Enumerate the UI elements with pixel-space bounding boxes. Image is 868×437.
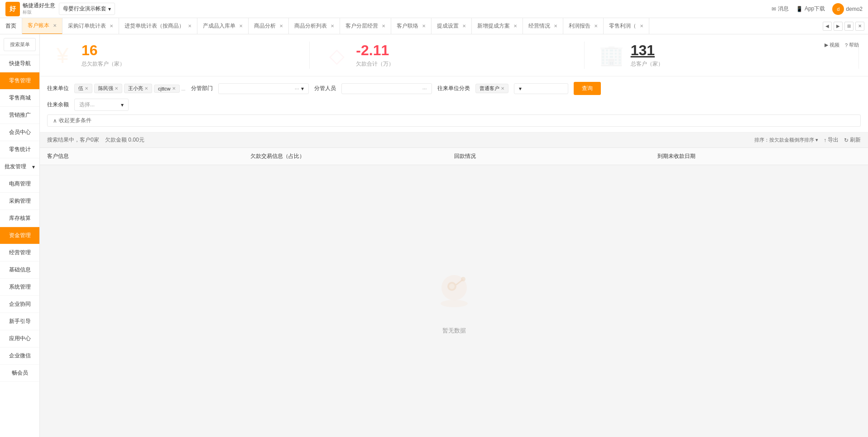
user-area[interactable]: d demo2 — [832, 3, 863, 15]
dept-select[interactable]: ··· ▾ — [218, 83, 309, 94]
tab-customer-accounts-close[interactable]: ✕ — [53, 23, 57, 28]
tab-customer-layer[interactable]: 客户分层经营 ✕ — [340, 18, 391, 34]
tab-profit-report-close[interactable]: ✕ — [594, 24, 598, 28]
message-btn[interactable]: ✉ 消息 — [772, 5, 789, 13]
category-select[interactable]: ▾ — [514, 83, 568, 94]
app-label: App下载 — [805, 5, 825, 13]
tab-raise-settings[interactable]: 提成设置 ✕ — [432, 18, 472, 34]
tab-raise-settings-close[interactable]: ✕ — [462, 24, 466, 28]
tab-profit-report[interactable]: 利润报告 ✕ — [563, 18, 604, 34]
sidebar-item-finance-mgmt[interactable]: 资金管理 — [0, 227, 39, 244]
sort-select[interactable]: 排序：按欠款金额倒序排序 ▾ — [754, 137, 818, 143]
sidebar-item-ecommerce-mgmt[interactable]: 电商管理 — [0, 176, 39, 193]
store-dropdown-icon[interactable]: ▾ — [108, 6, 111, 12]
sidebar-item-quick-nav[interactable]: 快捷导航 — [0, 55, 39, 72]
app-icon: 📱 — [796, 6, 803, 12]
logo-subtitle: 标版 — [23, 9, 55, 15]
unit-tag-wu[interactable]: 伍 ✕ — [74, 84, 92, 93]
unit-tag-wang[interactable]: 王小亮 ✕ — [124, 84, 152, 93]
video-help-btn[interactable]: ▶ 视频 — [825, 42, 839, 48]
unit-tag-chen-close[interactable]: ✕ — [115, 86, 118, 91]
empty-text: 暂无数据 — [442, 327, 466, 335]
tab-purchase-stats[interactable]: 进货单统计表（按商品） ✕ — [119, 18, 197, 34]
sidebar-search-btn[interactable]: 搜索菜单 — [4, 38, 36, 51]
stat-total-clients: 🏢 131 总客户（家） — [585, 42, 859, 69]
query-button[interactable]: 查询 — [574, 82, 601, 95]
help-btn[interactable]: ? 帮助 — [845, 42, 859, 48]
tab-customer-accounts[interactable]: 客户账本 ✕ — [22, 18, 62, 34]
sidebar-item-app-center[interactable]: 应用中心 — [0, 330, 39, 347]
sidebar-item-system-mgmt[interactable]: 系统管理 — [0, 279, 39, 296]
refresh-btn[interactable]: ↻ 刷新 — [844, 136, 861, 144]
sidebar-item-marketing[interactable]: 营销推广 — [0, 107, 39, 124]
tab-next-btn[interactable]: ▶ — [834, 22, 843, 31]
unit-filter-label: 往来单位 — [47, 85, 69, 92]
tab-customer-contact-label: 客户联络 — [397, 22, 418, 30]
tab-new-raise-plan-close[interactable]: ✕ — [513, 24, 517, 28]
sort-label: 排序：按欠款金额倒序排序 — [754, 137, 814, 143]
tab-goods-analysis-list-close[interactable]: ✕ — [331, 24, 334, 28]
tab-new-raise-plan-label: 新增提成方案 — [477, 22, 510, 30]
tab-new-raise-plan[interactable]: 新增提成方案 ✕ — [472, 18, 523, 34]
tab-close-all-btn[interactable]: ✕ — [855, 22, 864, 31]
collapse-btn[interactable]: ∧ 收起更多条件 — [47, 114, 861, 127]
export-btn[interactable]: ↑ 导出 — [824, 136, 839, 144]
tab-operation-status[interactable]: 经营情况 ✕ — [523, 18, 563, 34]
tab-customer-contact-close[interactable]: ✕ — [422, 24, 426, 28]
sidebar-item-wholesale-label: 批发管理 — [5, 163, 26, 171]
sidebar-item-purchase-mgmt[interactable]: 采购管理 — [0, 193, 39, 210]
tab-purchase-stats-close[interactable]: ✕ — [188, 24, 192, 28]
tab-purchase-order[interactable]: 采购订单统计表 ✕ — [62, 18, 119, 34]
unit-tags-more[interactable]: ... — [182, 86, 186, 91]
tab-operation-status-close[interactable]: ✕ — [554, 24, 557, 28]
tab-customer-contact[interactable]: 客户联络 ✕ — [391, 18, 432, 34]
sidebar-item-member-center[interactable]: 会员中心 — [0, 124, 39, 141]
person-select[interactable]: ··· — [341, 83, 432, 94]
result-text: 搜索结果中，客户0家 — [47, 137, 99, 143]
balance-select[interactable]: 选择... ▾ — [74, 99, 129, 111]
tab-purchase-order-close[interactable]: ✕ — [110, 24, 113, 28]
tab-prev-btn[interactable]: ◀ — [823, 22, 832, 31]
sidebar-item-wholesale-mgmt[interactable]: 批发管理 ▾ — [0, 158, 39, 176]
sidebar-item-enterprise-wechat[interactable]: 企业微信 — [0, 347, 39, 365]
stat-total-customers: ¥ 16 总欠款客户（家） — [49, 42, 310, 69]
sidebar-item-basic-info[interactable]: 基础信息 — [0, 261, 39, 279]
building-icon: 🏢 — [598, 42, 625, 69]
sidebar-item-retail-mgmt[interactable]: 零售管理 — [0, 72, 39, 90]
unit-tag-cjttcw-close[interactable]: ✕ — [172, 86, 176, 91]
tab-goods-analysis-list[interactable]: 商品分析列表 ✕ — [289, 18, 340, 34]
tab-expand-btn[interactable]: ⊞ — [844, 22, 854, 31]
svg-point-0 — [441, 300, 468, 307]
category-tag-normal[interactable]: 普通客户 ✕ — [475, 84, 508, 93]
tab-nav-btns: ◀ ▶ ⊞ ✕ — [819, 22, 868, 31]
sidebar-item-enterprise-coop[interactable]: 企业协同 — [0, 296, 39, 313]
sidebar-item-vip-member[interactable]: 畅会员 — [0, 365, 39, 382]
tab-goods-analysis-close[interactable]: ✕ — [279, 24, 283, 28]
stat-overdue-info: -2.11 欠款合计（万） — [356, 43, 394, 68]
tab-home[interactable]: 首页 — [0, 18, 22, 34]
sidebar-item-inventory-check[interactable]: 库存核算 — [0, 210, 39, 227]
stats-bar: ¥ 16 总欠款客户（家） ◇ -2.11 欠款合计（万） — [40, 34, 868, 76]
tab-customer-layer-close[interactable]: ✕ — [382, 24, 385, 28]
store-selector[interactable]: 母婴行业演示帐套 ▾ — [59, 3, 115, 15]
total-customers-label: 总欠款客户（家） — [82, 60, 125, 68]
tab-product-in[interactable]: 产成品入库单 ✕ — [197, 18, 249, 34]
logo-area: 好 畅捷通好生意 标版 — [5, 2, 55, 16]
store-name: 母婴行业演示帐套 — [63, 5, 106, 13]
overdue-amount-label: 欠款合计（万） — [356, 60, 394, 68]
unit-tag-wu-close[interactable]: ✕ — [85, 86, 88, 91]
sidebar-item-ops-mgmt[interactable]: 经营管理 — [0, 244, 39, 261]
unit-tag-chen[interactable]: 陈民强 ✕ — [94, 84, 122, 93]
sidebar-item-beginner-guide[interactable]: 新手引导 — [0, 313, 39, 330]
empty-icon — [432, 267, 477, 321]
tab-retail-profit[interactable]: 零售利润（ ✕ — [604, 18, 649, 34]
sidebar-item-retail-store[interactable]: 零售商城 — [0, 90, 39, 107]
unit-tag-cjttcw[interactable]: cjttcw ✕ — [154, 85, 180, 93]
sidebar-item-retail-stats[interactable]: 零售统计 — [0, 141, 39, 158]
tab-product-in-close[interactable]: ✕ — [239, 24, 243, 28]
unit-tag-wang-close[interactable]: ✕ — [144, 86, 148, 91]
category-tag-close[interactable]: ✕ — [501, 86, 504, 91]
app-download-btn[interactable]: 📱 App下载 — [796, 5, 825, 13]
tab-goods-analysis[interactable]: 商品分析 ✕ — [249, 18, 289, 34]
tab-retail-profit-close[interactable]: ✕ — [640, 24, 643, 28]
